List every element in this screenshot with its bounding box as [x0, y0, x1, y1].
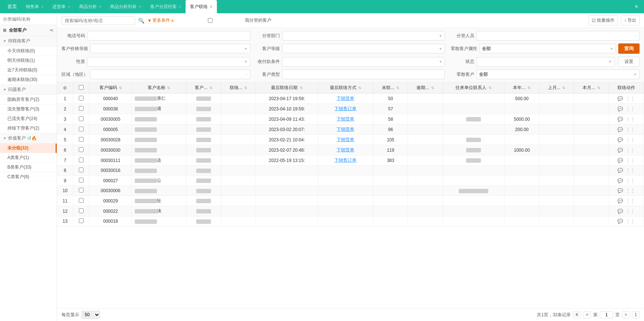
chat-icon[interactable]: 💬	[617, 96, 623, 101]
nature-select[interactable]: ▼	[87, 57, 250, 67]
settings-col-header[interactable]: ⚙	[57, 82, 73, 94]
more-icon[interactable]: ⋮⋮	[626, 219, 635, 224]
retail-customer-select[interactable]: 全部 ▼	[476, 70, 640, 79]
last-method-col-header[interactable]: 最后联络方式 ⇅	[318, 82, 373, 94]
row-checkbox[interactable]	[73, 186, 89, 196]
sidebar-search-input[interactable]	[3, 17, 57, 22]
query-button[interactable]: 查询	[618, 43, 640, 54]
row-checkbox[interactable]	[73, 94, 89, 104]
search-input[interactable]	[61, 16, 135, 25]
row-checkbox[interactable]	[73, 135, 89, 145]
not-contacted-col-header[interactable]: 未联... ⇅	[373, 82, 408, 94]
more-icon[interactable]: ⋮⋮	[626, 198, 635, 204]
dept-select[interactable]: ▼	[282, 31, 445, 40]
sidebar-item-lost[interactable]: 已流失客户(24)	[0, 114, 57, 124]
more-icon[interactable]: ⋮⋮	[626, 209, 635, 214]
chat-icon[interactable]: 💬	[617, 127, 623, 132]
partner-contact-col-header[interactable]: 往来单位联系人 ⇅	[443, 82, 504, 94]
contact-method-link[interactable]: 下销货单	[337, 116, 354, 121]
customer-type-select[interactable]	[282, 70, 445, 79]
manager-select[interactable]: ···	[476, 31, 640, 40]
contact-method-link[interactable]: 下销货单	[337, 147, 354, 152]
phone-input[interactable]	[87, 31, 250, 40]
reset-button[interactable]: 设置	[618, 57, 640, 67]
chat-icon[interactable]: 💬	[617, 198, 623, 204]
chat-icon[interactable]: 💬	[617, 148, 623, 153]
my-customers-checkbox[interactable]: 我分管的客户	[177, 17, 271, 24]
close-icon[interactable]: ×	[179, 4, 181, 9]
first-page-button[interactable]: K	[573, 311, 581, 318]
chat-icon[interactable]: 💬	[617, 158, 623, 163]
window-close-button[interactable]: ×	[632, 3, 641, 10]
status-select[interactable]: ▼	[476, 57, 615, 67]
sidebar-item-abnormal[interactable]: 固购异常客户(2)	[0, 95, 57, 105]
more-icon[interactable]: ⋮⋮	[626, 188, 635, 193]
close-icon[interactable]: ×	[41, 4, 43, 9]
row-select-checkbox[interactable]	[79, 188, 84, 193]
region-select[interactable]: ···	[90, 70, 250, 79]
row-select-checkbox[interactable]	[79, 218, 84, 223]
more-icon[interactable]: ⋮⋮	[626, 127, 635, 132]
sidebar-item-week[interactable]: 近7天待联络(0)	[0, 66, 57, 75]
tab-sales-order[interactable]: 销售单 ×	[21, 0, 48, 13]
last-page-button[interactable]: 1	[632, 311, 640, 318]
row-select-checkbox[interactable]	[79, 147, 84, 152]
row-checkbox[interactable]	[73, 124, 89, 135]
sidebar-group-waiting[interactable]: ▼ 待联络客户	[0, 36, 57, 46]
payment-select[interactable]: ▼	[282, 57, 445, 67]
sidebar-item-tomorrow[interactable]: 明天待联络(1)	[0, 56, 57, 66]
row-select-checkbox[interactable]	[79, 96, 84, 100]
chat-icon[interactable]: 💬	[617, 106, 623, 112]
row-checkbox[interactable]	[73, 145, 89, 155]
more-icon[interactable]: ⋮⋮	[626, 106, 635, 112]
price-level-select[interactable]: ▼	[90, 44, 250, 53]
sidebar-item-class-c[interactable]: C类客户(6)	[0, 172, 57, 182]
page-input[interactable]: 1	[600, 311, 613, 318]
code-col-header[interactable]: 客户编码 ⇅	[89, 82, 132, 94]
select-all-checkbox[interactable]	[79, 85, 84, 90]
sidebar-all-customers[interactable]: ⊞ 全部客户 ≪	[0, 25, 57, 36]
contact-method-link[interactable]: 下销售订单	[334, 106, 356, 111]
chat-icon[interactable]: 💬	[617, 137, 623, 142]
tab-customer-contact[interactable]: 客户联络 ×	[186, 0, 217, 13]
row-select-checkbox[interactable]	[79, 116, 84, 121]
retail-attr-select[interactable]: 全部 ▼	[479, 44, 616, 53]
chat-icon[interactable]: 💬	[617, 168, 623, 173]
chat-icon[interactable]: 💬	[617, 117, 623, 122]
row-checkbox[interactable]	[73, 166, 89, 176]
sidebar-item-overdue[interactable]: 逾期未联络(30)	[0, 75, 57, 85]
sidebar-item-flow-loss[interactable]: 流失预警客户(3)	[0, 105, 57, 114]
more-icon[interactable]: ⋮⋮	[626, 96, 635, 101]
row-select-checkbox[interactable]	[79, 208, 84, 213]
row-select-checkbox[interactable]	[79, 178, 84, 183]
type-col-header[interactable]: 客户... ⇅	[186, 82, 221, 94]
checkbox-col-header[interactable]	[73, 82, 89, 94]
tab-product-analysis[interactable]: 商品分析 ×	[75, 0, 106, 13]
sidebar-item-unclassified[interactable]: 未分组(32)	[0, 144, 57, 153]
contact-col-header[interactable]: 联络... ⇅	[221, 82, 256, 94]
sidebar-group-problem[interactable]: ▼ 问题客户	[0, 85, 57, 95]
sidebar-group-value[interactable]: ▼ 价值客户 ↺ 🔥	[0, 133, 57, 144]
next-page-button[interactable]: >	[622, 311, 630, 318]
tab-product-analysis-list[interactable]: 商品分析列表 ×	[106, 0, 145, 13]
export-button[interactable]: ↑ 导出	[621, 15, 640, 25]
row-select-checkbox[interactable]	[79, 106, 84, 111]
contact-method-link[interactable]: 下销售订单	[334, 158, 356, 163]
more-icon[interactable]: ⋮⋮	[626, 117, 635, 122]
close-icon[interactable]: ×	[210, 4, 212, 9]
sidebar-item-class-a[interactable]: A类客户(1)	[0, 153, 57, 163]
tab-purchase-order[interactable]: 进货单 ×	[48, 0, 74, 13]
search-button[interactable]: 🔍	[138, 18, 144, 24]
chat-icon[interactable]: 💬	[617, 219, 623, 224]
contact-method-link[interactable]: 下销货单	[337, 96, 354, 101]
row-select-checkbox[interactable]	[79, 167, 84, 172]
my-customers-check[interactable]	[177, 18, 243, 23]
sidebar-item-class-b[interactable]: B类客户(33)	[0, 163, 57, 172]
row-select-checkbox[interactable]	[79, 198, 84, 203]
close-icon[interactable]: ×	[99, 4, 101, 9]
more-icon[interactable]: ⋮⋮	[626, 148, 635, 153]
chat-icon[interactable]: 💬	[617, 178, 623, 183]
prev-page-button[interactable]: <	[583, 311, 591, 318]
row-select-checkbox[interactable]	[79, 158, 84, 162]
more-icon[interactable]: ⋮⋮	[626, 158, 635, 163]
